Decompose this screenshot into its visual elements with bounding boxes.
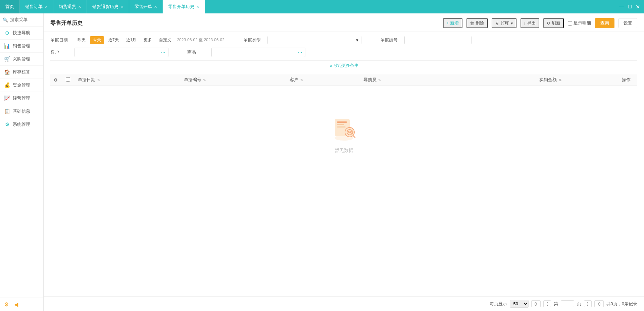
add-button[interactable]: + 新增 [443,18,462,28]
col-settings[interactable]: ⚙ [50,74,62,86]
delete-button[interactable]: 🗑 删除 [466,18,488,28]
page-title: 零售开单历史 [50,20,83,27]
date-btn-custom[interactable]: 自定义 [156,36,174,44]
show-detail-checkbox[interactable] [568,21,572,25]
sidebar-item-quick-nav-label: 快捷导航 [13,30,30,36]
table-header: ⚙ 单据日期 ⇅ 单据编号 ⇅ 客户 ⇅ [50,74,637,86]
sidebar-item-operations-label: 经营管理 [13,95,30,101]
col-checkbox[interactable] [62,74,75,86]
print-button[interactable]: 🖨 打印 ▾ [492,18,516,28]
tab-retail-order-history[interactable]: 零售开单历史 ✕ [163,0,205,13]
col-amount-label: 实销金额 [539,77,557,82]
sidebar-search[interactable]: 🔍 搜索采单 [0,13,43,27]
product-dots[interactable]: ··· [298,49,302,55]
sidebar-item-basic-info[interactable]: 📋 基础信息 [0,105,43,118]
refresh-button[interactable]: ↻ 刷新 [543,18,564,28]
date-range-display: 2023-06-02 至 2023-06-02 [177,37,224,43]
content-area: 零售开单历史 + 新增 🗑 删除 🖨 打印 ▾ ↑ 导出 ↻ [44,13,644,311]
type-dropdown-icon: ▾ [356,38,358,43]
tab-retail-order[interactable]: 零售开单 ✕ [129,0,163,13]
tab-sales-return-history-label: 销货退货历史 [92,4,118,10]
col-date-label: 单据日期 [78,77,95,82]
search-button[interactable]: 查询 [595,18,614,28]
next-page-button[interactable]: ⟩ [584,300,592,307]
tab-sales-order[interactable]: 销售订单 ✕ [20,0,53,13]
quick-nav-icon: ⊙ [4,30,10,36]
sidebar-item-system[interactable]: ⚙ 系统管理 [0,118,43,131]
sidebar-item-quick-nav[interactable]: ⊙ 快捷导航 [0,27,43,40]
type-filter-select[interactable]: ▾ [267,36,361,44]
first-page-button[interactable]: ⟨⟨ [531,300,541,307]
current-page-input[interactable]: 1 [561,300,574,307]
sidebar-item-purchase-label: 采购管理 [13,56,30,62]
export-button[interactable]: ↑ 导出 [521,18,540,28]
tab-sales-return-close[interactable]: ✕ [78,5,81,9]
sidebar-item-system-label: 系统管理 [13,121,30,127]
system-icon: ⚙ [4,121,10,127]
select-all-checkbox[interactable] [66,77,70,82]
col-customer-sort[interactable]: ⇅ [300,78,303,82]
export-icon: ↑ [524,21,526,26]
col-salesperson-sort[interactable]: ⇅ [378,78,381,82]
col-date-sort[interactable]: ⇅ [97,78,100,82]
refresh-icon: ↻ [547,21,550,26]
type-filter-label: 单据类型 [243,37,262,43]
per-page-select[interactable]: 10 20 50 100 [510,300,529,308]
date-btn-more[interactable]: 更多 [141,36,155,44]
col-number: 单据编号 ⇅ [181,74,287,86]
filter-area: 单据日期 昨天 今天 近7天 近1月 更多 自定义 2023-06-02 至 2… [44,32,644,71]
sidebar-item-finance[interactable]: 💰 资金管理 [0,79,43,92]
customer-filter-select[interactable]: ··· [75,48,168,57]
search-icon: 🔍 [3,17,8,22]
date-btn-yesterday[interactable]: 昨天 [75,36,89,44]
show-detail-checkbox-label[interactable]: 显示明细 [568,20,591,26]
inventory-icon: 🏠 [4,69,10,75]
number-filter-label: 单据编号 [380,37,399,43]
sidebar-item-inventory-label: 库存核算 [13,69,30,75]
collapse-bar[interactable]: ∧ 收起更多条件 [50,60,637,71]
sidebar-item-inventory[interactable]: 🏠 库存核算 [0,66,43,79]
header-actions: + 新增 🗑 删除 🖨 打印 ▾ ↑ 导出 ↻ 刷新 [443,18,637,28]
settings-gear-icon[interactable]: ⚙ [4,301,9,308]
number-filter-input[interactable] [404,36,472,44]
print-dropdown-icon: ▾ [511,21,513,26]
col-amount: 实销金额 ⇅ [450,74,568,86]
sidebar-item-finance-label: 资金管理 [13,82,30,88]
filter-row-1: 单据日期 昨天 今天 近7天 近1月 更多 自定义 2023-06-02 至 2… [50,36,637,44]
sales-icon: 📊 [4,43,10,49]
tab-sales-return-history[interactable]: 销货退货历史 ✕ [87,0,129,13]
col-number-sort[interactable]: ⇅ [203,78,206,82]
date-btn-7days[interactable]: 近7天 [105,36,122,44]
col-customer-label: 客户 [290,77,298,82]
product-filter-select[interactable]: ··· [211,48,305,57]
svg-line-9 [353,136,355,138]
tab-retail-order-history-close[interactable]: ✕ [196,5,199,9]
prev-page-button[interactable]: ⟨ [543,300,551,307]
page-word: 第 [554,301,558,307]
sidebar-item-purchase[interactable]: 🛒 采购管理 [0,53,43,66]
window-controls: — □ ✕ [619,4,644,10]
sidebar-item-sales[interactable]: 📊 销售管理 [0,40,43,53]
collapse-sidebar-icon[interactable]: ◀ [14,301,18,308]
sidebar-search-label: 搜索采单 [10,17,28,23]
date-btn-1month[interactable]: 近1月 [123,36,140,44]
sidebar-item-operations[interactable]: 📈 经营管理 [0,92,43,105]
customer-dots[interactable]: ··· [161,49,165,55]
last-page-button[interactable]: ⟩⟩ [594,300,604,307]
tab-sales-return-history-close[interactable]: ✕ [120,5,123,9]
col-amount-sort[interactable]: ⇅ [559,78,561,82]
tab-home[interactable]: 首页 [0,0,20,13]
setting-button[interactable]: 设置 [618,18,637,28]
tab-sales-return[interactable]: 销货退货 ✕ [53,0,87,13]
tab-retail-order-close[interactable]: ✕ [154,5,157,9]
customer-filter-label: 客户 [50,49,69,55]
col-customer: 客户 ⇅ [286,74,360,86]
print-label: 打印 [501,20,509,26]
tab-sales-order-close[interactable]: ✕ [45,5,48,9]
minimize-button[interactable]: — [619,4,624,10]
close-window-button[interactable]: ✕ [636,4,640,10]
tab-retail-order-label: 零售开单 [135,4,152,10]
maximize-button[interactable]: □ [628,4,632,10]
date-btn-today[interactable]: 今天 [90,36,104,44]
sidebar-item-sales-label: 销售管理 [13,43,30,49]
